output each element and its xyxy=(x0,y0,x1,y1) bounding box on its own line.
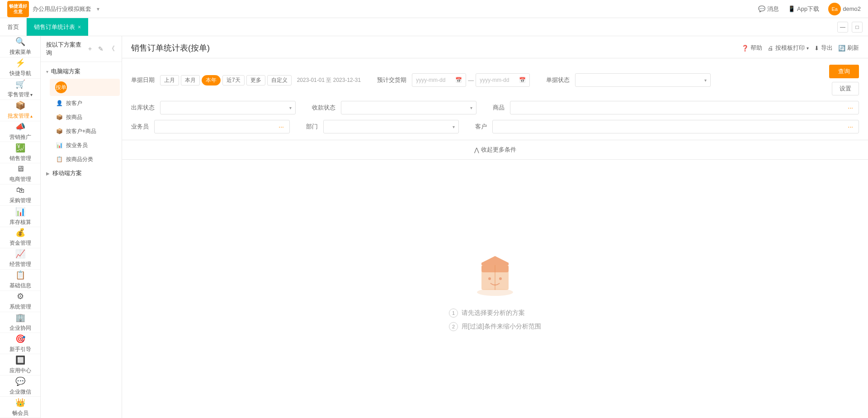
sidebar-item-app-center[interactable]: 🔲 应用中心 xyxy=(0,354,40,375)
tip-2-number: 2 xyxy=(449,322,458,331)
date-range-display: 2023-01-01 至 2023-12-31 xyxy=(297,76,361,84)
tree-child-by-cust-goods[interactable]: 📦 按客户+商品 xyxy=(50,124,120,138)
staff-label: 业务员 xyxy=(131,123,149,131)
customer-label: 客户 xyxy=(475,123,487,131)
dept-select[interactable]: ▾ xyxy=(323,120,459,133)
date-btn-custom[interactable]: 自定义 xyxy=(267,75,292,86)
tree-child-by-customer[interactable]: 👤 按客户 xyxy=(50,96,120,110)
delivery-select[interactable]: ▾ xyxy=(160,101,296,114)
svg-point-5 xyxy=(488,277,491,280)
sidebar-item-marketing[interactable]: 📣 营销推广 xyxy=(0,121,40,142)
sidebar-item-ecom[interactable]: 🖥 电商管理 xyxy=(0,163,40,185)
tree-parent-mobile[interactable]: ▶ 移动端方案 xyxy=(41,166,122,180)
collapse-up-icon: ⋀ xyxy=(474,147,479,153)
sidebar-item-finance[interactable]: 💰 资金管理 xyxy=(0,227,40,248)
tree-child-by-staff[interactable]: 📊 按业务员 xyxy=(50,138,120,152)
calendar-end-icon: 📅 xyxy=(519,77,526,83)
filter-row-2: 出库状态 ▾ 收款状态 ▾ 商品 ··· xyxy=(131,101,859,114)
ops-icon: 📈 xyxy=(15,249,25,259)
date-btn-this-month[interactable]: 本月 xyxy=(181,75,200,86)
sidebar-item-search-menu[interactable]: 🔍 搜索菜单 xyxy=(0,36,40,57)
tab-minimize-button[interactable]: — xyxy=(837,22,848,33)
sidebar-item-purchase[interactable]: 🛍 采购管理 xyxy=(0,185,40,206)
breadcrumb-arrow-icon[interactable]: ▾ xyxy=(97,6,99,12)
left-panel-header: 按以下方案查询 ＋ ✎ 《 xyxy=(41,36,122,62)
category-scheme-icon: 📋 xyxy=(55,155,63,163)
cust-goods-scheme-icon: 📦 xyxy=(55,127,63,135)
sidebar-item-stock[interactable]: 📊 库存核算 xyxy=(0,206,40,227)
goods-select[interactable]: ··· xyxy=(510,101,859,114)
tab-home[interactable]: 首页 xyxy=(0,18,27,36)
staff-ellipsis-icon[interactable]: ··· xyxy=(277,123,286,130)
logo: 畅捷通好生意 xyxy=(7,1,29,17)
staff-select[interactable]: ··· xyxy=(154,120,290,133)
user-menu-button[interactable]: Ea demo2 xyxy=(828,3,861,15)
collapse-panel-button[interactable]: 《 xyxy=(107,44,116,53)
tab-maximize-button[interactable]: □ xyxy=(852,22,863,33)
tree-parent-desktop[interactable]: ▾ 电脑端方案 xyxy=(41,65,122,78)
settings-button[interactable]: 设置 xyxy=(832,82,859,95)
date-btn-last-7-days[interactable]: 近7天 xyxy=(222,75,245,86)
sidebar-item-wholesale[interactable]: 📦 批发管理 ▴ xyxy=(0,100,40,121)
goods-ellipsis-icon[interactable]: ··· xyxy=(846,104,855,111)
date-btn-this-year[interactable]: 本年 xyxy=(202,75,221,86)
empty-tip-1: 1 请先选择要分析的方案 xyxy=(449,309,541,318)
goods-label: 商品 xyxy=(493,104,505,112)
stock-icon: 📊 xyxy=(15,207,25,217)
svg-marker-4 xyxy=(481,256,509,265)
expected-date-start-input[interactable]: yyyy-mm-dd 📅 xyxy=(412,73,466,87)
print-button[interactable]: 🖨 按模板打印 ▾ xyxy=(768,44,809,52)
retail-icon: 🛒 xyxy=(15,79,25,89)
date-btn-last-month[interactable]: 上月 xyxy=(160,75,179,86)
tree-child-by-category[interactable]: 📋 按商品分类 xyxy=(50,152,120,166)
sidebar-item-ops[interactable]: 📈 经营管理 xyxy=(0,248,40,270)
sidebar-item-sys[interactable]: ⚙ 系统管理 xyxy=(0,291,40,312)
export-button[interactable]: ⬇ 导出 xyxy=(814,44,833,52)
customer-ellipsis-icon[interactable]: ··· xyxy=(846,123,855,130)
filter-row-3: 业务员 ··· 部门 ▾ 客户 ··· xyxy=(131,120,859,133)
tip-1-text: 请先选择要分析的方案 xyxy=(462,309,525,317)
date-btn-more[interactable]: 更多 xyxy=(246,75,265,86)
sidebar-item-quick-nav[interactable]: ⚡ 快捷导航 xyxy=(0,57,40,79)
sales-icon: 💹 xyxy=(15,143,25,153)
content-area: 销售订单统计表(按单) ❓ 帮助 🖨 按模板打印 ▾ ⬇ 导出 🔄 刷新 xyxy=(122,36,868,418)
main-layout: 🔍 搜索菜单 ⚡ 快捷导航 🛒 零售管理 ▾ 📦 批发管理 ▴ 📣 营销推广 xyxy=(0,36,868,418)
sidebar-item-corp[interactable]: 🏢 企业协同 xyxy=(0,312,40,333)
edit-scheme-button[interactable]: ✎ xyxy=(96,44,105,53)
query-button[interactable]: 查询 xyxy=(829,65,859,78)
message-button[interactable]: 💬 消息 xyxy=(758,5,779,13)
expected-date-end-input[interactable]: yyyy-mm-dd 📅 xyxy=(476,73,530,87)
topbar: 畅捷通好生意 办公用品行业模拟账套 ▾ 💬 消息 📱 App下载 Ea demo… xyxy=(0,0,868,18)
sidebar-item-member[interactable]: 👑 畅会员 xyxy=(0,397,40,418)
tree-child-by-goods[interactable]: 📦 按商品 xyxy=(50,110,120,124)
sidebar-item-base[interactable]: 📋 基础信息 xyxy=(0,270,40,291)
payment-select[interactable]: ▾ xyxy=(341,101,476,114)
delivery-select-arrow-icon: ▾ xyxy=(289,105,292,110)
app-download-button[interactable]: 📱 App下载 xyxy=(788,5,819,13)
tip-1-number: 1 xyxy=(449,309,458,318)
header-actions: ❓ 帮助 🖨 按模板打印 ▾ ⬇ 导出 🔄 刷新 xyxy=(741,44,859,52)
refresh-button[interactable]: 🔄 刷新 xyxy=(838,44,859,52)
page-title: 销售订单统计表(按单) xyxy=(131,43,210,53)
sidebar-item-newbie[interactable]: 🎯 新手引导 xyxy=(0,333,40,354)
status-select[interactable]: ▾ xyxy=(575,73,711,87)
sidebar-item-sales[interactable]: 💹 销售管理 xyxy=(0,142,40,163)
help-icon: ❓ xyxy=(741,45,749,52)
print-chevron-icon: ▾ xyxy=(807,46,809,51)
calendar-start-icon: 📅 xyxy=(455,77,462,83)
search-menu-icon: 🔍 xyxy=(15,37,25,47)
delivery-label: 出库状态 xyxy=(131,104,155,112)
tree-child-by-order[interactable]: 按单 xyxy=(50,79,120,96)
customer-select[interactable]: ··· xyxy=(492,120,859,133)
svg-point-6 xyxy=(499,277,502,280)
user-avatar: Ea xyxy=(828,3,841,15)
collapse-button[interactable]: ⋀ 收起更多条件 xyxy=(469,144,522,156)
tab-close-icon[interactable]: × xyxy=(78,24,81,30)
sidebar-item-retail[interactable]: 🛒 零售管理 ▾ xyxy=(0,79,40,100)
sidebar-item-corp-wechat[interactable]: 💬 企业微信 xyxy=(0,375,40,397)
help-button[interactable]: ❓ 帮助 xyxy=(741,44,762,52)
tab-sales-order-stats[interactable]: 销售订单统计表 × xyxy=(27,18,88,36)
tree-children-desktop: 按单 👤 按客户 📦 按商品 📦 按客户+商品 📊 按业务员 xyxy=(41,79,122,166)
add-scheme-button[interactable]: ＋ xyxy=(85,44,94,53)
retail-expand-icon: ▾ xyxy=(30,92,33,97)
